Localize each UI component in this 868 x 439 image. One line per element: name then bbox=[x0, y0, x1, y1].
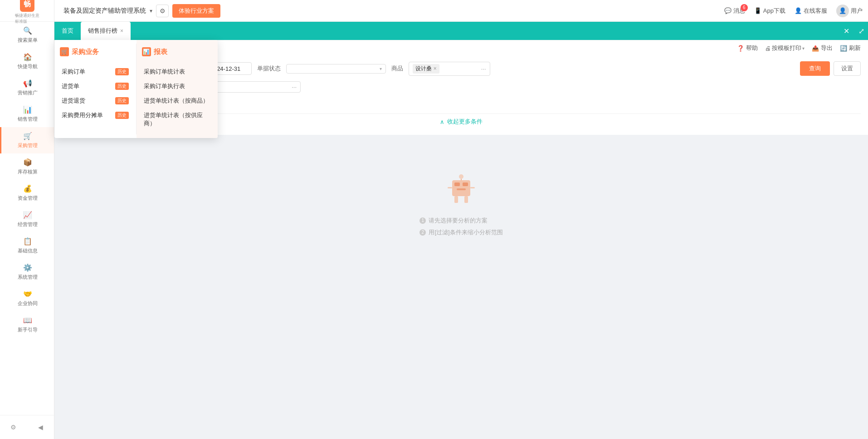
tab-sales-ranking[interactable]: 销售排行榜 × bbox=[81, 22, 131, 40]
online-service-label: 在线客服 bbox=[804, 7, 827, 15]
marketing-icon: 📢 bbox=[23, 79, 32, 88]
tab-bar-expand-button[interactable]: ⤢ bbox=[855, 27, 868, 35]
menu-item-purchase-order[interactable]: 采购订单 历史 bbox=[60, 64, 131, 79]
refresh-button[interactable]: 🔄 刷新 bbox=[840, 44, 861, 52]
sidebar-item-enterprise[interactable]: 🤝 企业协同 bbox=[0, 285, 54, 311]
sidebar-item-sales[interactable]: 📊 销售管理 bbox=[0, 101, 54, 127]
sidebar-item-label: 经营管理 bbox=[18, 221, 38, 228]
salesman-dots[interactable]: ··· bbox=[292, 84, 297, 90]
sidebar-item-label: 系统管理 bbox=[18, 274, 38, 281]
sidebar-item-marketing[interactable]: 📢 营销推广 bbox=[0, 74, 54, 101]
goods-tag-close[interactable]: × bbox=[434, 65, 437, 72]
user-button[interactable]: 👤 用户 bbox=[836, 5, 863, 17]
goods-tag-text: 设计桑 bbox=[415, 65, 432, 73]
menu-item-label: 采购订单 bbox=[62, 68, 85, 76]
online-service-button[interactable]: 👤 在线客服 bbox=[795, 7, 827, 15]
home-icon: 🏠 bbox=[23, 53, 32, 61]
purchase-title-icon: 🛒 bbox=[60, 47, 69, 56]
sidebar-item-operations[interactable]: 📈 经营管理 bbox=[0, 206, 54, 232]
sidebar-item-label: 快捷导航 bbox=[18, 63, 38, 70]
tab-bar-close-button[interactable]: ✕ bbox=[838, 27, 855, 35]
menu-item-purchase-order-exec[interactable]: 采购订单执行表 bbox=[142, 79, 213, 94]
hint-dot-2: 2 bbox=[419, 229, 426, 236]
sidebar-settings-button[interactable]: ⚙ bbox=[6, 420, 21, 434]
print-icon: 🖨 bbox=[765, 45, 771, 52]
purchase-col-title: 🛒 采购业务 bbox=[60, 47, 131, 59]
empty-illustration bbox=[439, 171, 484, 207]
status-label: 单据状态 bbox=[257, 64, 281, 73]
svg-rect-4 bbox=[448, 187, 452, 188]
status-select[interactable]: ▾ bbox=[286, 64, 386, 74]
goods-tag: 设计桑 × bbox=[413, 64, 439, 74]
svg-rect-0 bbox=[452, 180, 470, 196]
report-col-title: 📊 报表 bbox=[142, 47, 213, 59]
phone-icon: 📱 bbox=[754, 7, 761, 14]
purchase-dropdown-menu: 🛒 采购业务 采购订单 历史 进货单 历史 进货退货 历史 采购费用分摊单 历史… bbox=[54, 40, 218, 138]
system-title-text: 装备及固定资产辅助管理系统 bbox=[63, 7, 146, 15]
report-title-icon: 📊 bbox=[142, 47, 151, 56]
search-icon: 🔍 bbox=[23, 26, 32, 35]
system-title-dropdown[interactable]: ▾ bbox=[150, 8, 152, 14]
export-label: 导出 bbox=[821, 44, 833, 52]
goods-dots[interactable]: ··· bbox=[481, 65, 486, 72]
salesman-select[interactable]: ··· bbox=[210, 81, 301, 93]
sidebar-item-label: 资金管理 bbox=[18, 195, 38, 202]
export-button[interactable]: 📤 导出 bbox=[812, 44, 833, 52]
query-button[interactable]: 查询 bbox=[800, 61, 830, 76]
menu-item-label: 进货单统计表（按供应商） bbox=[144, 111, 211, 128]
menu-item-purchase-expense[interactable]: 采购费用分摊单 历史 bbox=[60, 108, 131, 123]
avatar: 👤 bbox=[836, 5, 849, 17]
sidebar-item-guide[interactable]: 📖 新手引导 bbox=[0, 311, 54, 338]
print-dropdown-icon[interactable]: ▾ bbox=[802, 46, 805, 51]
sidebar-item-purchase[interactable]: 🛒 采购管理 bbox=[0, 127, 54, 153]
empty-hint: 1 请先选择要分析的方案 2 用[过滤]条件来缩小分析范围 bbox=[419, 215, 502, 238]
system-title-area: 装备及固定资产辅助管理系统 ▾ ⚙ 体验行业方案 bbox=[63, 4, 724, 18]
service-icon: 👤 bbox=[795, 7, 802, 14]
goods-label: 商品 bbox=[391, 64, 403, 73]
tab-close-icon[interactable]: × bbox=[120, 28, 123, 34]
sidebar-item-search[interactable]: 🔍 搜索菜单 bbox=[0, 22, 54, 48]
sales-icon: 📊 bbox=[23, 105, 32, 114]
setting-button[interactable]: 设置 bbox=[834, 61, 861, 76]
sidebar-nav: 🔍 搜索菜单 🏠 快捷导航 📢 营销推广 📊 销售管理 🛒 采购管理 📦 库存核… bbox=[0, 22, 54, 415]
sidebar-item-label: 销售管理 bbox=[18, 116, 38, 123]
menu-item-purchase-return[interactable]: 进货退货 历史 bbox=[60, 94, 131, 108]
menu-item-label: 采购订单统计表 bbox=[144, 68, 185, 76]
help-button[interactable]: ❓ 帮助 bbox=[737, 44, 758, 52]
sidebar-item-nav[interactable]: 🏠 快捷导航 bbox=[0, 48, 54, 74]
print-button[interactable]: 🖨 按模板打印 ▾ bbox=[765, 44, 805, 52]
tab-home[interactable]: 首页 bbox=[54, 22, 81, 40]
purchase-business-col: 🛒 采购业务 采购订单 历史 进货单 历史 进货退货 历史 采购费用分摊单 历史 bbox=[54, 40, 136, 138]
industry-btn[interactable]: 体验行业方案 bbox=[172, 4, 220, 18]
operations-icon: 📈 bbox=[23, 211, 32, 219]
svg-rect-6 bbox=[454, 196, 458, 203]
tab-home-label: 首页 bbox=[62, 27, 73, 35]
sidebar-collapse-button[interactable]: ◀ bbox=[33, 420, 48, 434]
sidebar-item-system[interactable]: ⚙️ 系统管理 bbox=[0, 259, 54, 285]
history-tag: 历史 bbox=[115, 68, 129, 75]
enterprise-icon: 🤝 bbox=[23, 290, 32, 298]
message-button[interactable]: 💬 消息 6 bbox=[724, 7, 745, 15]
history-tag: 历史 bbox=[115, 83, 129, 90]
menu-item-purchase-order-stats[interactable]: 采购订单统计表 bbox=[142, 64, 213, 79]
filter-actions: 查询 设置 bbox=[800, 61, 861, 76]
svg-rect-5 bbox=[470, 187, 475, 188]
gear-settings-button[interactable]: ⚙ bbox=[156, 5, 169, 17]
report-title-text: 报表 bbox=[154, 48, 167, 56]
menu-item-receipt-stats-supplier[interactable]: 进货单统计表（按供应商） bbox=[142, 108, 213, 131]
sidebar-item-label: 营销推广 bbox=[18, 89, 38, 96]
sidebar-item-finance[interactable]: 💰 资金管理 bbox=[0, 180, 54, 206]
menu-item-purchase-receipt[interactable]: 进货单 历史 bbox=[60, 79, 131, 94]
sidebar-item-inventory[interactable]: 📦 库存核算 bbox=[0, 153, 54, 180]
goods-select[interactable]: 设计桑 × ··· bbox=[409, 62, 490, 76]
print-label: 按模板打印 bbox=[772, 44, 801, 52]
svg-rect-3 bbox=[457, 188, 466, 190]
menu-item-label: 采购订单执行表 bbox=[144, 82, 185, 90]
user-label: 用户 bbox=[851, 7, 863, 15]
help-label: 帮助 bbox=[746, 44, 758, 52]
sidebar-item-basicinfo[interactable]: 📋 基础信息 bbox=[0, 232, 54, 259]
tab-sales-ranking-label: 销售排行榜 bbox=[88, 27, 117, 35]
top-header: 装备及固定资产辅助管理系统 ▾ ⚙ 体验行业方案 💬 消息 6 📱 App下载 … bbox=[54, 0, 868, 22]
menu-item-receipt-stats-goods[interactable]: 进货单统计表（按商品） bbox=[142, 94, 213, 108]
app-download-button[interactable]: 📱 App下载 bbox=[754, 7, 785, 15]
